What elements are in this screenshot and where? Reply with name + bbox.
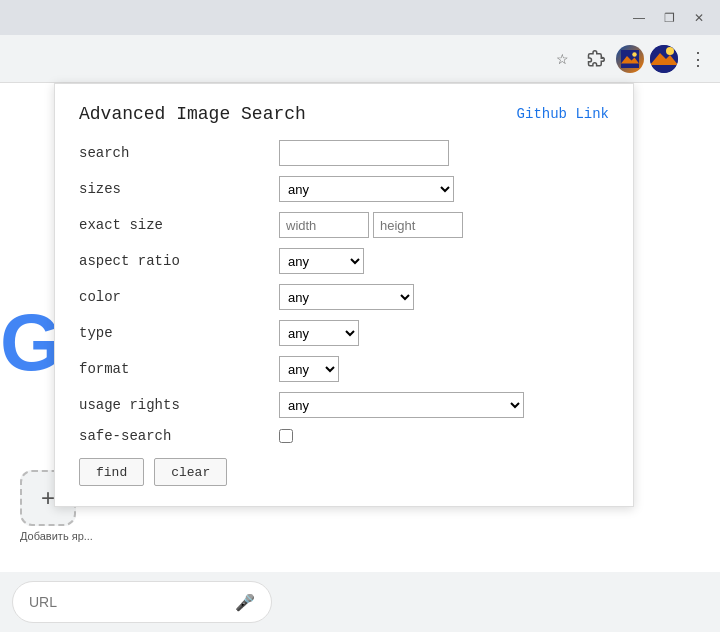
search-row: search: [79, 140, 609, 166]
minimize-button[interactable]: —: [626, 5, 652, 31]
extension-avatar-inner: [616, 45, 644, 73]
sizes-label: sizes: [79, 181, 279, 197]
exact-size-label: exact size: [79, 217, 279, 233]
safe-search-label: safe-search: [79, 428, 279, 444]
svg-point-5: [666, 47, 674, 55]
close-button[interactable]: ✕: [686, 5, 712, 31]
puzzle-icon: [587, 50, 605, 68]
star-icon: ☆: [556, 51, 569, 67]
user-avatar[interactable]: [650, 45, 678, 73]
type-label: type: [79, 325, 279, 341]
url-bar-area: 🎤: [0, 572, 720, 632]
title-bar: — ❐ ✕: [0, 0, 720, 35]
sizes-select[interactable]: any large medium icon: [279, 176, 454, 202]
star-button[interactable]: ☆: [548, 45, 576, 73]
color-row: color any colorized grayscale transparen…: [79, 284, 609, 310]
maximize-button[interactable]: ❐: [656, 5, 682, 31]
find-button[interactable]: find: [79, 458, 144, 486]
type-row: type any face photo clipart lineart anim…: [79, 320, 609, 346]
usage-rights-select[interactable]: any labeled for reuse with modification …: [279, 392, 524, 418]
usage-rights-label: usage rights: [79, 397, 279, 413]
more-icon: ⋮: [689, 48, 707, 70]
chrome-toolbar: ☆ ⋮: [0, 35, 720, 83]
logo-g: G: [0, 298, 58, 387]
extension-puzzle-button[interactable]: [582, 45, 610, 73]
color-select[interactable]: any colorized grayscale transparent red …: [279, 284, 414, 310]
usage-rights-row: usage rights any labeled for reuse with …: [79, 392, 609, 418]
format-label: format: [79, 361, 279, 377]
height-input[interactable]: [373, 212, 463, 238]
aspect-ratio-label: aspect ratio: [79, 253, 279, 269]
search-label: search: [79, 145, 279, 161]
microphone-icon[interactable]: 🎤: [235, 593, 255, 612]
advanced-search-popup: Advanced Image Search Github Link search…: [54, 83, 634, 507]
aspect-ratio-row: aspect ratio any tall square wide panora…: [79, 248, 609, 274]
type-select[interactable]: any face photo clipart lineart animated: [279, 320, 359, 346]
new-tab-label: Добавить яр...: [20, 530, 93, 542]
svg-point-2: [632, 52, 637, 57]
aspect-ratio-select[interactable]: any tall square wide panoramic: [279, 248, 364, 274]
more-menu-button[interactable]: ⋮: [684, 45, 712, 73]
google-logo: G: [0, 303, 58, 383]
safe-search-row: safe-search: [79, 428, 609, 444]
url-input-container[interactable]: 🎤: [12, 581, 272, 623]
clear-button[interactable]: clear: [154, 458, 227, 486]
avatar-image: [650, 45, 678, 73]
main-content: G Advanced Image Search Github Link sear…: [0, 83, 720, 632]
github-link[interactable]: Github Link: [517, 106, 609, 122]
landscape-icon: [621, 50, 639, 68]
format-row: format any jpg gif png bmp svg webp ico …: [79, 356, 609, 382]
buttons-row: find clear: [79, 458, 609, 486]
color-label: color: [79, 289, 279, 305]
sizes-row: sizes any large medium icon: [79, 176, 609, 202]
search-input[interactable]: [279, 140, 449, 166]
exact-size-row: exact size: [79, 212, 609, 238]
popup-header: Advanced Image Search Github Link: [79, 104, 609, 124]
format-select[interactable]: any jpg gif png bmp svg webp ico raw: [279, 356, 339, 382]
popup-title: Advanced Image Search: [79, 104, 306, 124]
url-input[interactable]: [29, 594, 227, 610]
extension-avatar[interactable]: [616, 45, 644, 73]
safe-search-checkbox[interactable]: [279, 429, 293, 443]
plus-icon: +: [41, 484, 55, 512]
width-input[interactable]: [279, 212, 369, 238]
